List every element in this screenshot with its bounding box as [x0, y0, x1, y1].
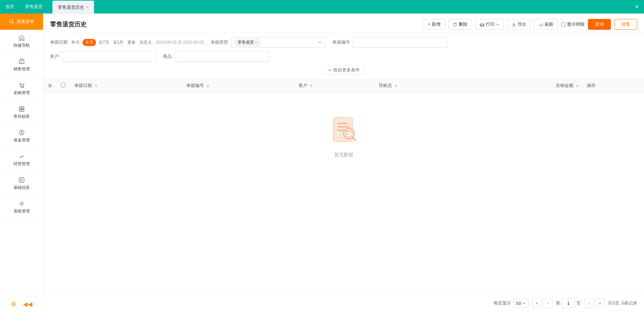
th-checkbox [57, 79, 70, 92]
sidebar-item-sales[interactable]: 销售管理 [0, 53, 43, 77]
sidebar-item-finance-label: 资金管理 [14, 137, 30, 143]
date-filter: 单据日期 昨天 今天 近7天 近1月 更多 自定义 2023-06-02 至 2… [50, 39, 204, 46]
th-amount: 实销金额 [471, 79, 583, 92]
date-btn-7days[interactable]: 近7天 [97, 39, 111, 46]
svg-rect-8 [22, 109, 24, 111]
sidebar-item-basic-info[interactable]: 基础信息 [0, 172, 43, 196]
content-area: 零售退货历史 + 新增 删除 [43, 14, 644, 312]
export-button[interactable]: 导出 [507, 19, 531, 30]
sidebar-item-inventory-label: 库存核算 [14, 114, 30, 119]
sidebar: 搜索菜单 快捷导航 销售管理 [0, 14, 43, 312]
bill-type-tag-remove[interactable]: × [255, 40, 257, 44]
bill-type-tag: 零售退货 × [235, 39, 260, 46]
th-action: 操作 [583, 79, 644, 92]
finance-icon [18, 129, 25, 136]
number-sort-icon[interactable] [207, 84, 209, 87]
window-close-button[interactable]: × [635, 3, 639, 10]
sidebar-item-operations[interactable]: 经营管理 [0, 148, 43, 172]
home-icon [18, 35, 25, 41]
collapse-row: 收起更多条件 [50, 65, 637, 75]
svg-rect-6 [22, 107, 24, 109]
date-btn-custom[interactable]: 自定义 [138, 39, 153, 46]
page-nav-next: › » [584, 298, 604, 308]
setting-button[interactable]: 设置 [614, 19, 637, 30]
goods-input[interactable] [174, 51, 269, 62]
prev-page-button[interactable]: ‹ [543, 298, 552, 308]
sidebar-item-sales-label: 销售管理 [14, 66, 30, 72]
sidebar-item-system[interactable]: 系统管理 [0, 196, 43, 219]
filter-row-1: 单据日期 昨天 今天 近7天 近1月 更多 自定义 2023-06-02 至 2… [50, 37, 637, 48]
tab-retail-return-close[interactable]: × [45, 4, 47, 9]
bill-number-input[interactable] [353, 37, 447, 48]
inventory-icon [18, 106, 25, 112]
print-icon [480, 22, 484, 27]
date-btn-today[interactable]: 今天 [82, 39, 96, 46]
sidebar-search[interactable]: 搜索菜单 [0, 14, 43, 30]
collapse-button[interactable]: 收起更多条件 [322, 65, 365, 75]
page-size-dropdown-icon [522, 302, 526, 305]
page-header: 零售退货历史 + 新增 删除 [43, 14, 644, 33]
date-sort-icon[interactable] [95, 84, 97, 87]
export-icon [511, 22, 516, 27]
purchase-icon [18, 82, 25, 89]
sidebar-bottom: ⚙ ◀◀ [0, 296, 43, 312]
date-btn-more[interactable]: 更多 [126, 39, 137, 46]
top-bar: 首页 零售退货 × 零售退货历史 × × [0, 0, 644, 14]
table-header-row: 单据日期 单据编号 [43, 79, 644, 92]
page-number-input[interactable] [562, 298, 575, 308]
svg-point-13 [49, 85, 51, 87]
svg-point-11 [21, 203, 22, 205]
tab-retail-return-history[interactable]: 零售退货历史 × [52, 1, 94, 14]
empty-text: 暂无数据 [334, 152, 353, 158]
page-nav: « ‹ [532, 298, 552, 308]
svg-point-4 [22, 87, 23, 88]
bill-type-select[interactable]: 零售退货 × [231, 37, 326, 48]
sidebar-item-inventory[interactable]: 库存核算 [0, 101, 43, 125]
page-total: 共0页, 0条记录 [608, 300, 637, 306]
sidebar-item-quick-nav[interactable]: 快捷导航 [0, 30, 43, 53]
date-btn-yesterday[interactable]: 昨天 [70, 39, 81, 46]
th-guide: 导购员 [375, 79, 471, 92]
delete-button[interactable]: 删除 [448, 19, 472, 30]
filter-area: 单据日期 昨天 今天 近7天 近1月 更多 自定义 2023-06-02 至 2… [43, 33, 644, 79]
bill-number-label: 单据编号 [332, 39, 350, 45]
first-page-button[interactable]: « [532, 298, 542, 308]
date-buttons: 昨天 今天 近7天 近1月 更多 自定义 [70, 39, 153, 46]
customer-sort-icon[interactable] [310, 84, 313, 87]
customer-input[interactable] [62, 51, 156, 62]
next-page-button[interactable]: › [584, 298, 594, 308]
refresh-icon [539, 22, 543, 27]
filter-row-2: 客户 商品 [50, 51, 637, 62]
page-size-dropdown[interactable]: 50 [513, 298, 529, 308]
sidebar-item-system-label: 系统管理 [14, 208, 30, 214]
volume-button[interactable]: ◀◀ [23, 300, 32, 308]
amount-sort-icon[interactable] [576, 84, 579, 87]
tab-home[interactable]: 首页 [0, 0, 20, 14]
print-button[interactable]: 打印 [475, 19, 504, 30]
operations-icon [18, 153, 25, 160]
last-page-button[interactable]: » [595, 298, 604, 308]
guide-sort-icon[interactable] [395, 84, 397, 87]
refresh-button[interactable]: 刷新 [534, 19, 558, 30]
sidebar-item-finance[interactable]: 资金管理 [0, 125, 43, 148]
date-filter-label: 单据日期 [50, 39, 68, 45]
date-btn-1month[interactable]: 近1月 [112, 39, 125, 46]
gear-button[interactable]: ⚙ [11, 300, 16, 308]
select-all-checkbox[interactable] [61, 83, 65, 87]
customer-filter: 客户 [50, 51, 156, 62]
show-detail-input[interactable] [561, 22, 566, 27]
sidebar-item-purchase[interactable]: 采购管理 [0, 77, 43, 101]
show-detail-checkbox[interactable]: 显示明细 [561, 21, 585, 27]
query-button[interactable]: 查询 [588, 19, 611, 30]
table-settings-icon[interactable] [47, 83, 53, 88]
tab-retail-return[interactable]: 零售退货 × [20, 0, 52, 14]
system-icon [18, 200, 25, 207]
bill-type-filter: 单据类型 零售退货 × [211, 37, 326, 48]
svg-rect-16 [337, 126, 349, 128]
collapse-icon [328, 68, 332, 72]
page-title: 零售退货历史 [50, 20, 87, 28]
chevron-down-icon [318, 40, 322, 44]
svg-rect-5 [19, 107, 21, 109]
tab-retail-return-history-close[interactable]: × [86, 5, 89, 10]
new-button[interactable]: + 新增 [424, 19, 445, 30]
